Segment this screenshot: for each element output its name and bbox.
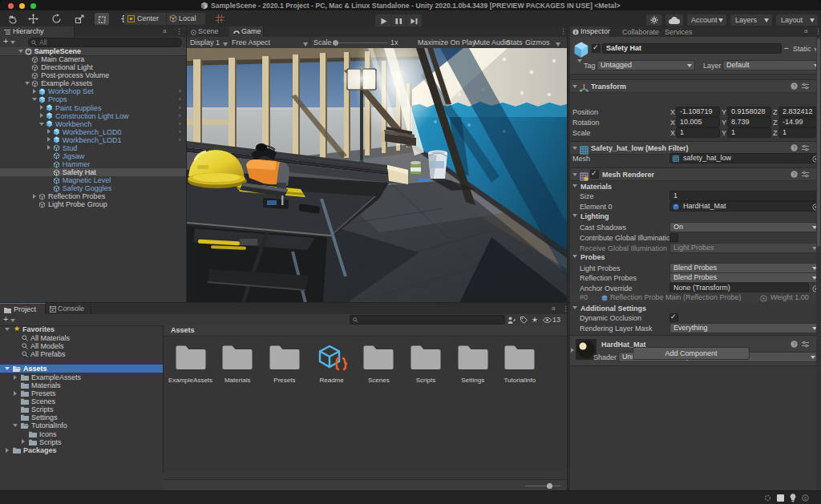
svg-text:?: ?: [793, 145, 796, 151]
svg-text:?: ?: [793, 341, 796, 347]
svg-text:?: ?: [793, 171, 796, 177]
svg-text:?: ?: [793, 83, 796, 89]
